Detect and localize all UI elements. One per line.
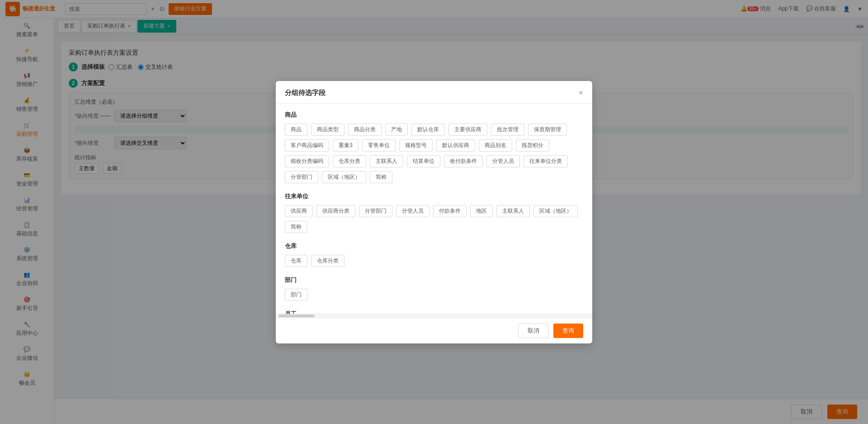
chip-short-name[interactable]: 简称: [370, 171, 392, 183]
modal-overlay: 分组待选字段 × 商品 商品 商品类型 商品分类 产地 默认仓库 主要供应商 批…: [0, 0, 868, 201]
chip-retail-unit[interactable]: 零售单位: [362, 139, 396, 152]
chip-main-contact[interactable]: 主联系人: [370, 155, 403, 167]
modal-body[interactable]: 商品 商品 商品类型 商品分类 产地 默认仓库 主要供应商 批次管理 保质期管理…: [276, 104, 592, 202]
chip-default-supplier[interactable]: 默认供应商: [436, 139, 475, 152]
modal-close-btn[interactable]: ×: [578, 88, 583, 98]
chip-settlement-unit[interactable]: 结算单位: [407, 155, 440, 167]
chip-origin[interactable]: 产地: [385, 124, 408, 136]
modal-title: 分组待选字段: [285, 89, 326, 97]
chip-weight[interactable]: 重量3: [333, 139, 359, 152]
chip-batch-mgmt[interactable]: 批次管理: [491, 124, 524, 136]
chip-manager[interactable]: 分管人员: [486, 155, 520, 167]
section-goods-title: 商品: [285, 111, 583, 119]
chip-goods-category[interactable]: 商品分类: [348, 124, 382, 136]
chip-main-supplier[interactable]: 主要供应商: [448, 124, 487, 136]
section-goods: 商品 商品 商品类型 商品分类 产地 默认仓库 主要供应商 批次管理 保质期管理…: [285, 111, 583, 183]
chip-tax-code[interactable]: 税收分类编码: [285, 155, 329, 167]
chip-shelf-life[interactable]: 保质期管理: [528, 124, 567, 136]
chip-goods-type[interactable]: 商品类型: [311, 124, 344, 136]
chip-goods[interactable]: 商品: [285, 124, 307, 136]
chip-warehouse-category[interactable]: 仓库分类: [333, 155, 366, 167]
chip-default-warehouse[interactable]: 默认仓库: [411, 124, 445, 136]
chip-dept-managed[interactable]: 分管部门: [285, 171, 318, 183]
chip-partner-category[interactable]: 往来单位分类: [524, 155, 568, 167]
modal-header: 分组待选字段 ×: [276, 81, 592, 104]
section-partner-title: 往来单位: [285, 192, 583, 200]
chip-spec-model[interactable]: 规格型号: [399, 139, 433, 152]
goods-chips: 商品 商品类型 商品分类 产地 默认仓库 主要供应商 批次管理 保质期管理 客户…: [285, 124, 583, 183]
chip-payment-terms[interactable]: 收付款条件: [444, 155, 483, 167]
chip-goods-alias[interactable]: 商品别名: [479, 139, 512, 152]
chip-pick-points[interactable]: 拣货积分: [516, 139, 549, 152]
modal: 分组待选字段 × 商品 商品 商品类型 商品分类 产地 默认仓库 主要供应商 批…: [276, 81, 592, 202]
section-partner: 往来单位 供应商 供应商分类 分管部门 分管人员 付款条件 地区 主联系人 区域…: [285, 192, 583, 202]
chip-customer-code[interactable]: 客户商品编码: [285, 139, 329, 152]
chip-region[interactable]: 区域（地区）: [322, 171, 366, 183]
